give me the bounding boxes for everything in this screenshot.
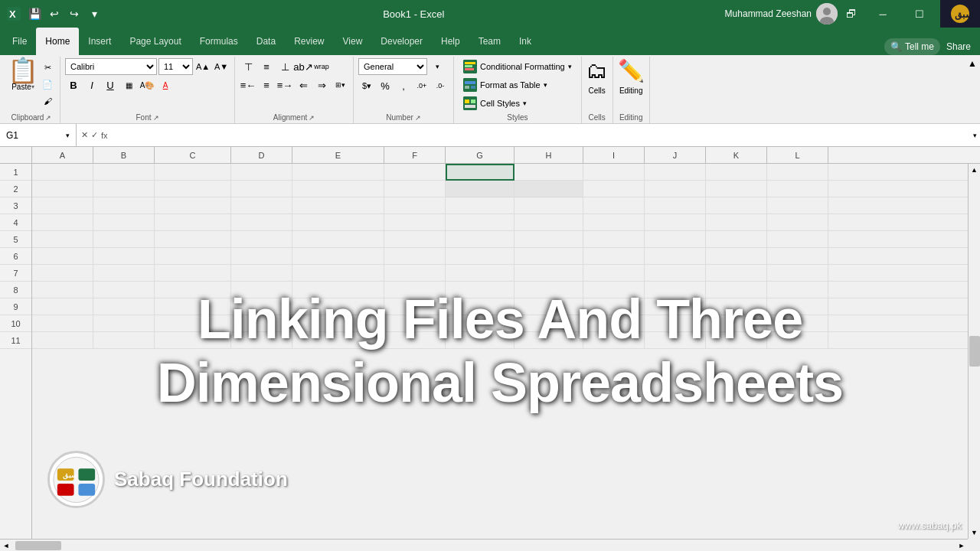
- cell-e4[interactable]: [292, 214, 384, 231]
- cell-f8[interactable]: [384, 282, 446, 298]
- cell-d11[interactable]: [231, 332, 292, 349]
- tab-help[interactable]: Help: [432, 28, 469, 55]
- cell-i6[interactable]: [583, 248, 645, 265]
- cut-button[interactable]: ✂: [40, 60, 55, 75]
- cell-i7[interactable]: [583, 265, 645, 282]
- cell-f10[interactable]: [384, 315, 446, 332]
- row-num-7[interactable]: 7: [0, 265, 31, 282]
- cell-d10[interactable]: [231, 315, 292, 332]
- cell-l9[interactable]: [767, 298, 828, 315]
- cell-styles-button[interactable]: Cell Styles ▾: [459, 95, 531, 112]
- tab-review[interactable]: Review: [285, 28, 333, 55]
- tab-insert[interactable]: Insert: [79, 28, 120, 55]
- row-num-6[interactable]: 6: [0, 248, 31, 265]
- cell-h10[interactable]: [514, 315, 583, 332]
- cell-l8[interactable]: [767, 282, 828, 298]
- column-header-k[interactable]: K: [706, 147, 767, 163]
- cell-l1[interactable]: [767, 164, 828, 181]
- maximize-button[interactable]: ☐: [902, 0, 937, 28]
- align-center-button[interactable]: ≡: [258, 77, 275, 93]
- scroll-thumb-v[interactable]: [969, 336, 980, 367]
- save-qat-button[interactable]: 💾: [26, 5, 43, 22]
- row-num-11[interactable]: 11: [0, 332, 31, 349]
- cell-j10[interactable]: [645, 315, 706, 332]
- cell-h4[interactable]: [514, 214, 583, 231]
- name-box-dropdown[interactable]: ▾: [66, 132, 70, 139]
- column-header-a[interactable]: A: [32, 147, 93, 163]
- cell-c6[interactable]: [155, 248, 231, 265]
- cell-d6[interactable]: [231, 248, 292, 265]
- tab-developer[interactable]: Developer: [371, 28, 432, 55]
- cell-l6[interactable]: [767, 248, 828, 265]
- align-top-button[interactable]: ⊤: [240, 58, 256, 75]
- cell-k3[interactable]: [706, 197, 767, 214]
- cell-e11[interactable]: [292, 332, 384, 349]
- formula-bar-expand-icon[interactable]: ▾: [970, 132, 980, 139]
- cell-a9[interactable]: [32, 298, 93, 315]
- cell-k11[interactable]: [706, 332, 767, 349]
- cell-i1[interactable]: [583, 164, 645, 181]
- cell-k10[interactable]: [706, 315, 767, 332]
- border-button[interactable]: ▦: [120, 77, 137, 93]
- increase-decimal-button[interactable]: .0+: [413, 77, 430, 94]
- tab-data[interactable]: Data: [247, 28, 285, 55]
- clipboard-expand-icon[interactable]: ↗: [45, 114, 51, 122]
- tab-page-layout[interactable]: Page Layout: [120, 28, 190, 55]
- row-num-5[interactable]: 5: [0, 231, 31, 248]
- cell-d1[interactable]: [231, 164, 292, 181]
- cell-f9[interactable]: [384, 298, 446, 315]
- scroll-down-button[interactable]: ▼: [969, 527, 981, 539]
- cell-a6[interactable]: [32, 248, 93, 265]
- cell-a11[interactable]: [32, 332, 93, 349]
- cell-l7[interactable]: [767, 265, 828, 282]
- tab-ink[interactable]: Ink: [510, 28, 541, 55]
- cell-c3[interactable]: [155, 197, 231, 214]
- align-middle-button[interactable]: ≡: [258, 58, 275, 75]
- cell-j2[interactable]: [645, 181, 706, 197]
- cell-a10[interactable]: [32, 315, 93, 332]
- number-format-select[interactable]: General: [358, 58, 427, 75]
- customize-qat-button[interactable]: ▾: [86, 5, 103, 22]
- cell-b3[interactable]: [93, 197, 155, 214]
- cell-f11[interactable]: [384, 332, 446, 349]
- cell-i9[interactable]: [583, 298, 645, 315]
- cell-g3[interactable]: [446, 197, 514, 214]
- scroll-thumb-h[interactable]: [15, 541, 61, 550]
- italic-button[interactable]: I: [83, 77, 100, 93]
- cell-e8[interactable]: [292, 282, 384, 298]
- cell-h11[interactable]: [514, 332, 583, 349]
- cell-l4[interactable]: [767, 214, 828, 231]
- align-bottom-button[interactable]: ⊥: [276, 58, 293, 75]
- row-num-2[interactable]: 2: [0, 181, 31, 197]
- cell-h1[interactable]: [514, 164, 583, 181]
- cell-j1[interactable]: [645, 164, 706, 181]
- cell-a8[interactable]: [32, 282, 93, 298]
- cell-h5[interactable]: [514, 231, 583, 248]
- cell-f7[interactable]: [384, 265, 446, 282]
- cell-b1[interactable]: [93, 164, 155, 181]
- cell-b2[interactable]: [93, 181, 155, 197]
- tab-formulas[interactable]: Formulas: [191, 28, 247, 55]
- row-num-8[interactable]: 8: [0, 282, 31, 298]
- column-header-d[interactable]: D: [231, 147, 292, 163]
- cell-c7[interactable]: [155, 265, 231, 282]
- cell-c11[interactable]: [155, 332, 231, 349]
- cell-c5[interactable]: [155, 231, 231, 248]
- user-avatar[interactable]: [816, 3, 838, 24]
- cell-h8[interactable]: [514, 282, 583, 298]
- cell-a3[interactable]: [32, 197, 93, 214]
- enter-formula-button[interactable]: ✓: [91, 130, 98, 140]
- scroll-left-button[interactable]: ◄: [0, 540, 12, 552]
- cell-d7[interactable]: [231, 265, 292, 282]
- cell-h6[interactable]: [514, 248, 583, 265]
- column-header-h[interactable]: H: [514, 147, 583, 163]
- paste-dropdown-icon[interactable]: ▾: [31, 83, 34, 90]
- column-header-i[interactable]: I: [583, 147, 645, 163]
- vertical-scrollbar[interactable]: ▲ ▼: [968, 164, 980, 539]
- cell-f4[interactable]: [384, 214, 446, 231]
- name-box[interactable]: G1 ▾: [0, 124, 77, 146]
- column-header-l[interactable]: L: [767, 147, 828, 163]
- font-name-select[interactable]: Calibri: [65, 58, 157, 75]
- number-expand-icon[interactable]: ↗: [415, 114, 421, 122]
- cell-c9[interactable]: [155, 298, 231, 315]
